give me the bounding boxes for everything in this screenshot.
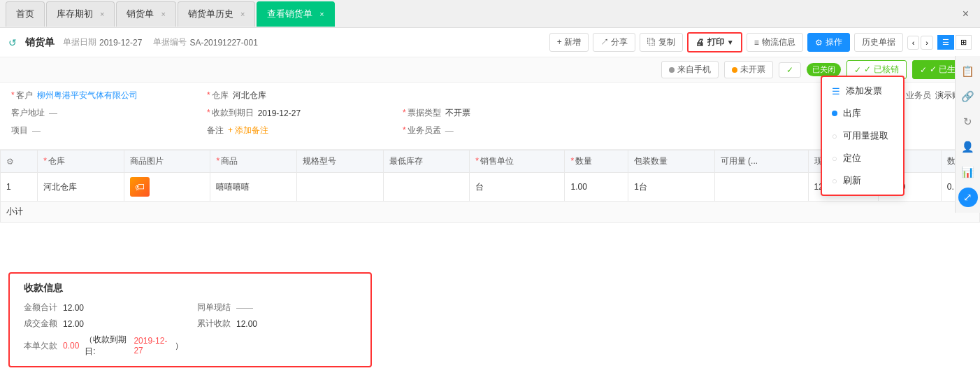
not-open-dot — [732, 67, 737, 73]
tab-view-sales-label: 查看销货单 — [267, 8, 312, 20]
tab-view-sales[interactable]: 查看销货单 × — [257, 1, 334, 27]
col-qty: 数量 — [565, 150, 628, 173]
add-invoice-label: 添加发票 — [846, 85, 882, 97]
share-button[interactable]: ↗ 分享 — [593, 33, 635, 52]
row-min-stock — [383, 173, 470, 202]
due-date-value: 2019-12-27 — [134, 336, 169, 356]
sidebar-link-icon[interactable]: 🔗 — [958, 87, 978, 106]
tab-sales-close[interactable]: × — [161, 10, 165, 18]
warehouse-value: 河北仓库 — [233, 90, 266, 101]
list-view-button[interactable]: ☰ — [937, 35, 954, 50]
col-settings[interactable]: ⚙ — [1, 150, 38, 173]
col-warehouse: 仓库 — [38, 150, 124, 173]
from-phone-button[interactable]: 来自手机 — [661, 61, 719, 78]
sidebar-clipboard-icon[interactable]: 📋 — [958, 62, 978, 81]
not-open-button[interactable]: 未开票 — [724, 61, 773, 78]
col-product: 商品 — [210, 150, 297, 173]
note-label: 备注 — [207, 125, 224, 136]
payment-info: 收款信息 金额合计 12.00 同单现结 —— 成交金额 12.00 累计收款 … — [8, 272, 372, 367]
available-qty-label: 可用量提取 — [843, 129, 888, 142]
sales-rep-value: — — [445, 126, 454, 136]
next-button[interactable]: › — [921, 36, 933, 50]
right-sidebar: 📋 🔗 ↻ 👤 📊 ⤢ — [955, 56, 980, 213]
outbound-icon — [832, 111, 837, 116]
deal-amount-row: 成交金额 12.00 — [24, 318, 183, 330]
refresh-item[interactable]: ○ 刷新 — [822, 169, 903, 192]
prev-button[interactable]: ‹ — [907, 36, 920, 50]
sidebar-chart-icon[interactable]: 📊 — [958, 162, 978, 182]
add-invoice-item[interactable]: ☰ 添加发票 — [822, 80, 903, 102]
add-note-value[interactable]: + 添加备注 — [228, 125, 268, 136]
copy-button[interactable]: ⿻ 复制 — [640, 33, 682, 52]
deal-amount-value: 12.00 — [63, 319, 84, 329]
row-qty: 1.00 — [565, 173, 628, 202]
col-product-img: 商品图片 — [124, 150, 210, 173]
row-unit: 台 — [470, 173, 565, 202]
same-order-value: —— — [236, 303, 253, 313]
operate-icon: ⚙ — [815, 38, 823, 48]
print-dropdown-icon: ▼ — [727, 38, 734, 46]
outbound-item[interactable]: 出库 — [822, 102, 903, 125]
print-label: 打印 — [707, 36, 724, 48]
total-value: 12.00 — [63, 303, 84, 313]
staff-label: 业务员 — [906, 90, 931, 101]
phone-dot — [669, 67, 675, 73]
row-product: 嘻嘻嘻嘻 — [210, 173, 297, 202]
effective-icon: ✓ — [920, 65, 927, 75]
address-label: 客户地址 — [11, 107, 45, 119]
settings-icon[interactable]: ⚙ — [6, 157, 14, 167]
logistics-button[interactable]: ≡ 物流信息 — [747, 33, 803, 52]
tab-inventory-label: 库存期初 — [57, 8, 93, 20]
tab-sales-history[interactable]: 销货单历史 × — [178, 1, 255, 27]
product-img-icon: 🏷 — [135, 181, 145, 192]
total-label: 金额合计 — [24, 302, 57, 314]
col-unit: 销售单位 — [470, 150, 565, 173]
tab-inventory[interactable]: 库存期初 × — [46, 1, 115, 27]
row-product-img: 🏷 — [124, 173, 210, 202]
ticket-type-field: 票据类型 不开票 — [403, 107, 584, 119]
toolbar-left: ↺ 销货单 单据日期 2019-12-27 单据编号 SA-20191227-0… — [8, 36, 258, 49]
view-toggle: ☰ ⊞ — [937, 35, 972, 50]
ticket-type-value: 不开票 — [445, 107, 470, 119]
toolbar: ↺ 销货单 单据日期 2019-12-27 单据编号 SA-20191227-0… — [0, 28, 980, 57]
operate-button[interactable]: ⚙ 操作 — [807, 33, 850, 52]
refresh-icon: ○ — [832, 176, 837, 186]
sidebar-expand-icon[interactable]: ⤢ — [958, 188, 978, 207]
toolbar-right: + 新增 ↗ 分享 ⿻ 复制 🖨 打印 ▼ ≡ 物流信息 ⚙ 操作 历 — [549, 32, 972, 52]
outbound-label: 出库 — [843, 107, 861, 120]
refresh-label: 刷新 — [843, 174, 861, 187]
address-field: 客户地址 — — [11, 107, 193, 119]
tab-inventory-close[interactable]: × — [100, 10, 104, 18]
customer-value[interactable]: 柳州粤港平安气体有限公司 — [37, 90, 138, 101]
tab-view-close[interactable]: × — [319, 10, 324, 18]
tab-history-close[interactable]: × — [240, 10, 245, 18]
sales-rep-label: 业务员孟 — [403, 125, 441, 136]
project-value: — — [32, 126, 41, 136]
due-amount-row: 本单欠款 0.00 （收款到期日: 2019-12-27 ） — [24, 334, 183, 358]
sidebar-user-icon[interactable]: 👤 — [958, 137, 978, 157]
payment-date-value: 2019-12-27 — [258, 108, 301, 118]
tab-home[interactable]: 首页 — [6, 1, 45, 27]
main-content: ↺ 销货单 单据日期 2019-12-27 单据编号 SA-20191227-0… — [0, 28, 980, 373]
col-min-stock: 最低库存 — [383, 150, 470, 173]
doc-title: 销货单 — [25, 36, 55, 49]
project-label: 项目 — [11, 125, 28, 136]
available-qty-item[interactable]: ○ 可用量提取 — [822, 125, 903, 147]
grid-view-button[interactable]: ⊞ — [956, 35, 972, 50]
cumulative-row: 累计收款 12.00 — [197, 318, 356, 330]
logistics-icon: ≡ — [754, 38, 759, 48]
warehouse-label: 仓库 — [207, 90, 229, 101]
close-window-button[interactable]: × — [957, 5, 974, 23]
history-button[interactable]: 历史单据 — [854, 33, 903, 52]
locate-item[interactable]: ○ 定位 — [822, 147, 903, 169]
cancelled-icon: ✓ — [854, 65, 861, 75]
tab-sales-order[interactable]: 销货单 × — [116, 1, 175, 27]
sidebar-refresh-icon[interactable]: ↻ — [958, 112, 978, 132]
row-warehouse: 河北仓库 — [38, 173, 124, 202]
complete-button[interactable]: ✓ — [779, 62, 801, 78]
print-button[interactable]: 🖨 打印 ▼ — [687, 32, 742, 52]
from-phone-label: 来自手机 — [677, 64, 711, 76]
payment-date-field: 收款到期日 2019-12-27 — [207, 107, 389, 119]
new-button[interactable]: + 新增 — [549, 33, 589, 52]
due-amount-label: 本单欠款 — [24, 340, 57, 352]
